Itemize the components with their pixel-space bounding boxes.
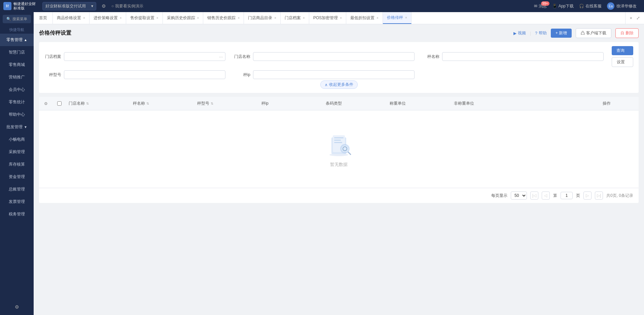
version-selector[interactable]: 好业财标准版交付试用 ▾ [42,2,96,10]
sidebar-item-purchase[interactable]: 采购管理 [0,146,34,158]
tab-purchase-strategy[interactable]: 进价策略设置 × [90,12,126,24]
tab-close-purchase-history[interactable]: × [197,16,199,20]
chevron-up-icon: ∧ [325,82,328,87]
sidebar-item-smart-store[interactable]: 智慧门店 [0,46,34,59]
per-page-label: 每页显示 [491,193,507,199]
demo-link[interactable]: ○ 我要看实例演示 [111,3,143,9]
download-button[interactable]: 凸 客户端下载 [576,28,611,38]
scale-ip-field: 秤ip [234,70,415,79]
tab-bar-actions: × ⤢ [625,12,644,24]
tab-close-sale-price[interactable]: × [156,16,158,20]
sidebar-item-marketing[interactable]: 营销推广 [0,71,34,83]
online-service-button[interactable]: 🎧 在线客服 [579,3,602,9]
tab-close-sales-history[interactable]: × [238,16,240,20]
table-container: ⚙ 门店名称 ⇅ 秤名称 ⇅ 秤型号 ⇅ [39,97,639,203]
messages-button[interactable]: ✉ 消息 99+ [534,3,547,9]
sidebar-item-inventory[interactable]: 库存核算 [0,158,34,171]
sidebar-item-invoice[interactable]: 发票管理 [0,196,34,208]
th-checkbox[interactable] [52,101,66,106]
play-icon: ▶ [513,31,516,36]
sidebar-item-retail-stats[interactable]: 零售统计 [0,96,34,108]
store-name-label: 门店名称 [234,54,250,60]
next-page-button[interactable]: ▷ [583,191,592,200]
header-settings-icon[interactable]: ⚙ [102,3,106,9]
message-icon: ✉ [534,4,537,8]
scale-model-input[interactable] [64,70,225,79]
tab-close-price-settings[interactable]: × [83,16,85,20]
per-page-select[interactable]: 50 [511,191,527,200]
sort-icon: ⇅ [146,102,149,105]
table-header: ⚙ 门店名称 ⇅ 秤名称 ⇅ 秤型号 ⇅ [39,97,639,110]
empty-illustration [325,131,352,158]
more-icon[interactable]: ··· [219,54,223,59]
store-file-input-wrap: ··· [64,52,225,61]
page-content: 价格传秤设置 ▶ 视频 | ? 帮助 + 新增 凸 客户端下载 [34,24,644,315]
collapse-button[interactable]: ∧ 收起更多条件 [320,80,358,89]
help-link[interactable]: ? 帮助 [535,30,547,36]
sidebar-item-help[interactable]: 帮助中心 [0,108,34,121]
sidebar-item-finance[interactable]: 资金管理 [0,171,34,183]
pagination-bar: 每页显示 50 |◁ ◁ 算 页 ▷ ▷| 共0页, 0条记录 [39,188,639,203]
download-icon: 📱 [552,4,557,8]
scale-name-input[interactable] [442,52,604,61]
app-download-button[interactable]: 📱 App下载 [552,3,574,9]
tab-pos[interactable]: POS加密管理 × [309,12,346,24]
tab-close-purchase-strategy[interactable]: × [120,16,122,20]
th-scale-ip: 秤ip [259,101,323,106]
scale-model-field: 秤型号 [44,70,225,79]
add-button[interactable]: + 新增 [551,29,572,38]
restore-tab-button[interactable]: ⤢ [635,15,641,21]
last-page-button[interactable]: ▷| [595,191,603,200]
column-settings-icon[interactable]: ⚙ [39,101,52,106]
store-name-input[interactable] [253,52,415,61]
gear-icon: ⚙ [15,304,19,310]
tab-close-pos[interactable]: × [340,16,342,20]
scale-name-label: 秤名称 [423,54,439,60]
tab-min-discount[interactable]: 最低折扣设置 × [346,12,383,24]
first-page-button[interactable]: |◁ [530,191,538,200]
page-label: 算 [553,193,557,199]
tab-home[interactable]: 首页 [34,12,53,24]
video-link[interactable]: ▶ 视频 [513,30,526,36]
th-non-weight-unit: 非称重单位 [451,101,574,106]
query-button[interactable]: 查询 [612,46,633,55]
tab-close-price-scale[interactable]: × [405,16,407,20]
page-input[interactable] [561,192,573,199]
search-form: 门店档案 ··· 门店名称 秤名称 [39,42,639,93]
sidebar-item-retail[interactable]: 零售管理 ▲ [0,34,34,46]
th-store-name[interactable]: 门店名称 ⇅ [66,101,130,106]
tab-price-scale[interactable]: 价格传秤 × [383,12,412,24]
delete-button[interactable]: 自 删除 [615,28,639,38]
app-logo: 财 畅捷通好业财 标准版 [3,2,37,10]
header-right: ✉ 消息 99+ 📱 App下载 🎧 在线客服 Ea 徐泽华修改 [534,2,641,10]
sidebar-item-member[interactable]: 会员中心 [0,83,34,96]
sidebar-item-wholesale[interactable]: 批发管理 ▼ [0,121,34,133]
tab-purchase-history[interactable]: 采购历史价跟踪 × [163,12,204,24]
tab-store-file[interactable]: 门店档案 × [281,12,309,24]
sidebar-item-tax[interactable]: 税务管理 [0,208,34,220]
tab-close-store-file[interactable]: × [303,16,305,20]
th-scale-name[interactable]: 秤名称 ⇅ [130,101,194,106]
tab-store-catalog[interactable]: 门店商品目录 × [244,12,281,24]
sidebar-settings-button[interactable]: ⚙ [0,302,34,312]
th-scale-model[interactable]: 秤型号 ⇅ [194,101,259,106]
sidebar-item-ledger[interactable]: 总账管理 [0,183,34,196]
store-file-input[interactable] [64,52,225,61]
empty-text: 暂无数据 [330,162,348,168]
user-menu[interactable]: Ea 徐泽华修改 [607,2,637,10]
sidebar-search[interactable]: 🔍 搜索菜单 [0,12,34,26]
svg-rect-3 [334,137,344,138]
sidebar-item-retail-mall[interactable]: 零售商城 [0,59,34,71]
tab-price-settings[interactable]: 商品价格设置 × [53,12,90,24]
set-button[interactable]: 设置 [612,57,633,67]
close-tab-button[interactable]: × [628,15,634,21]
sidebar-item-ecommerce[interactable]: 小畅电商 [0,133,34,146]
tab-sales-history[interactable]: 销售历史价跟踪 × [203,12,244,24]
select-all-checkbox[interactable] [57,101,62,106]
main-layout: 🔍 搜索菜单 快捷导航 零售管理 ▲ 智慧门店 零售商城 营销推广 会员中心 零… [0,12,644,315]
scale-ip-input[interactable] [253,70,415,79]
tab-sale-price[interactable]: 售价提取设置 × [126,12,163,24]
prev-page-button[interactable]: ◁ [542,191,550,200]
tab-close-min-discount[interactable]: × [377,16,379,20]
tab-close-store-catalog[interactable]: × [274,16,276,20]
